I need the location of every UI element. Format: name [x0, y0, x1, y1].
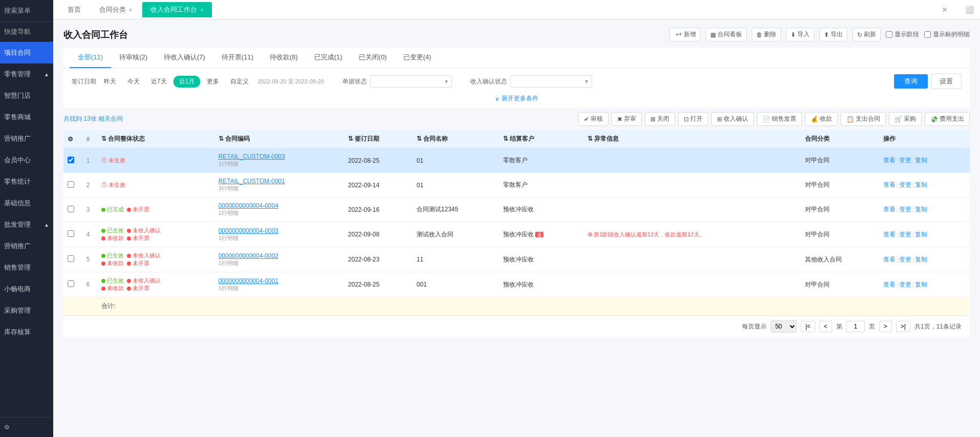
sidebar-item-project[interactable]: 项目合同: [0, 42, 53, 63]
filter-tab-pending-confirm[interactable]: 待收入确认(7): [156, 48, 213, 68]
first-page-btn[interactable]: |<: [801, 321, 815, 332]
close-btn[interactable]: ⊠ 关闭: [645, 112, 675, 126]
view-link[interactable]: 查看: [883, 206, 896, 213]
prev-page-btn[interactable]: <: [819, 321, 832, 332]
row-operations[interactable]: 查看|变更|复制: [879, 198, 970, 222]
tab-income-contract[interactable]: 收入合同工作台 ×: [142, 2, 211, 17]
row-checkbox[interactable]: [68, 206, 74, 212]
row-checkbox[interactable]: [68, 280, 74, 287]
window-close-btn[interactable]: ✕: [942, 6, 948, 14]
date-last7[interactable]: 近7天: [146, 76, 171, 88]
filter-tab-done[interactable]: 已完成(1): [306, 48, 351, 68]
copy-link[interactable]: 复制: [915, 231, 927, 238]
sidebar-item-batch[interactable]: 批发管理 ▲: [0, 214, 53, 235]
income-status-select[interactable]: [510, 75, 592, 88]
expense-btn[interactable]: 💸 费用支出: [925, 112, 970, 126]
new-btn[interactable]: ＋ + 新增: [669, 28, 701, 41]
copy-link[interactable]: 复制: [915, 256, 927, 263]
view-link[interactable]: 查看: [883, 157, 896, 164]
sidebar-quick-nav[interactable]: 快捷导航: [0, 22, 53, 42]
expand-filter-btn[interactable]: ∨ 展开更多条件: [495, 94, 538, 103]
page-input[interactable]: [846, 321, 865, 332]
sidebar-item-sales[interactable]: 销售管理: [0, 257, 53, 278]
tab-close-income-contract[interactable]: ×: [200, 7, 203, 13]
row-operations[interactable]: 查看|变更|复制: [879, 272, 970, 297]
sidebar-item-member[interactable]: 会员中心: [0, 149, 53, 171]
filter-tab-pending-pay[interactable]: 待收款(8): [262, 48, 306, 68]
show-stage-checkbox[interactable]: 显示阶段: [886, 30, 919, 39]
sidebar-search[interactable]: 搜索菜单: [0, 0, 53, 22]
copy-link[interactable]: 复制: [915, 181, 927, 188]
date-more[interactable]: 更多: [202, 76, 224, 88]
refresh-btn[interactable]: ↻ 刷新: [853, 28, 881, 41]
last-page-btn[interactable]: >|: [896, 321, 910, 332]
row-code[interactable]: 0000000000004-00021行明细: [214, 247, 344, 272]
copy-link[interactable]: 复制: [915, 281, 927, 288]
row-operations[interactable]: 查看|变更|复制: [879, 173, 970, 198]
filter-tab-closed[interactable]: 已关闭(0): [351, 48, 395, 68]
row-checkbox[interactable]: [68, 230, 74, 237]
per-page-select[interactable]: 50 100 200: [771, 320, 797, 333]
show-mark-checkbox[interactable]: 显示标的明细: [924, 30, 970, 39]
date-last1m[interactable]: 近1月: [173, 76, 201, 88]
collect-btn[interactable]: 💰 收款: [805, 112, 838, 126]
pay-contract-btn[interactable]: 📋 支出合同: [841, 112, 886, 126]
copy-link[interactable]: 复制: [915, 157, 927, 164]
settings-icon[interactable]: ⚙: [0, 417, 53, 437]
tab-contract-type[interactable]: 合同分类 ×: [91, 2, 140, 17]
filter-tab-changed[interactable]: 已变更(4): [395, 48, 440, 68]
row-checkbox[interactable]: [68, 157, 74, 163]
copy-link[interactable]: 复制: [915, 206, 927, 213]
filter-tab-all[interactable]: 全部(11): [70, 48, 111, 68]
sidebar-item-retail[interactable]: 零售管理 ▲: [0, 63, 53, 85]
tab-close-contract-type[interactable]: ×: [129, 7, 132, 13]
row-checkbox[interactable]: [68, 255, 74, 262]
sidebar-item-stat[interactable]: 零售统计: [0, 171, 53, 192]
sidebar-item-online[interactable]: 零售商城: [0, 106, 53, 128]
income-confirm-btn[interactable]: ⊞ 收入确认: [711, 112, 754, 126]
sidebar-item-ecom[interactable]: 小畅电商: [0, 278, 53, 300]
view-link[interactable]: 查看: [883, 231, 896, 238]
sales-invoice-btn[interactable]: 📄 销售发票: [757, 112, 802, 126]
date-custom[interactable]: 自定义: [226, 76, 253, 88]
sidebar-item-purchase[interactable]: 采购管理: [0, 300, 53, 321]
row-operations[interactable]: 查看|变更|复制: [879, 222, 970, 247]
edit-link[interactable]: 变更: [899, 206, 911, 213]
sidebar-item-smart[interactable]: 智慧门店: [0, 85, 53, 106]
view-link[interactable]: 查看: [883, 281, 896, 288]
delete-btn[interactable]: 🗑 删除: [752, 28, 781, 41]
edit-link[interactable]: 变更: [899, 281, 911, 288]
filter-tab-pending-invoice[interactable]: 待开票(11): [213, 48, 262, 68]
row-code[interactable]: RETAIL_CUSTOM-00031行明细: [214, 148, 344, 173]
export-btn[interactable]: ⬆ 导出: [819, 28, 847, 41]
window-maximize-btn[interactable]: ⬜: [965, 6, 974, 14]
tab-home[interactable]: 首页: [59, 2, 89, 17]
row-code[interactable]: 0000000000004-00031行明细: [214, 222, 344, 247]
row-code[interactable]: RETAIL_CUSTOM-00013行明细: [214, 173, 344, 198]
filter-tab-pending-review[interactable]: 待审核(2): [111, 48, 156, 68]
open-btn[interactable]: ⊡ 打开: [678, 112, 708, 126]
edit-link[interactable]: 变更: [899, 181, 911, 188]
edit-link[interactable]: 变更: [899, 231, 911, 238]
view-link[interactable]: 查看: [883, 181, 896, 188]
date-today[interactable]: 今天: [123, 76, 144, 88]
sidebar-item-mkt2[interactable]: 营销推广: [0, 235, 53, 257]
row-code[interactable]: 0000000000004-00041行明细: [214, 198, 344, 222]
sidebar-item-marketing[interactable]: 营销推广: [0, 128, 53, 149]
sidebar-item-basic[interactable]: 基础信息: [0, 192, 53, 214]
sidebar-item-stock[interactable]: 库存核算: [0, 321, 53, 343]
row-checkbox[interactable]: [68, 181, 74, 188]
filter-settings-button[interactable]: 设置: [931, 74, 962, 89]
row-operations[interactable]: 查看|变更|复制: [879, 148, 970, 173]
edit-link[interactable]: 变更: [899, 157, 911, 164]
view-link[interactable]: 查看: [883, 256, 896, 263]
abandon-btn[interactable]: ✖ 弃审: [612, 112, 642, 126]
query-button[interactable]: 查询: [894, 74, 928, 89]
edit-link[interactable]: 变更: [899, 256, 911, 263]
purchase-btn[interactable]: 🛒 采购: [889, 112, 922, 126]
col-settings[interactable]: ⚙: [63, 130, 79, 148]
next-page-btn[interactable]: >: [879, 321, 892, 332]
doc-status-select[interactable]: [370, 75, 452, 88]
review-btn[interactable]: ✔ 审核: [578, 112, 608, 126]
row-operations[interactable]: 查看|变更|复制: [879, 247, 970, 272]
